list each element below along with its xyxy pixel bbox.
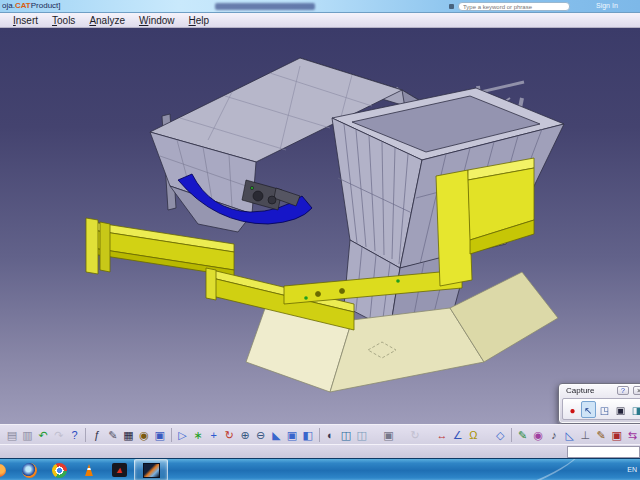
search-input[interactable] xyxy=(458,2,570,11)
3d-viewport[interactable]: Capture ? × ●↖◳▣◨ xyxy=(0,28,640,424)
standard-toolbar: ▤▥↶↷?ƒ✎▦◉▣▷∗+↻⊕⊖◣▣◧◐◫◫▣↻↔∠Ω◇✎◉♪◺⊥✎▣⇆ xyxy=(0,424,640,444)
3d-state-icon[interactable]: ◉ xyxy=(532,427,546,443)
zoom-in-icon[interactable]: ⊕ xyxy=(238,427,252,443)
sign-in-link[interactable]: Sign In xyxy=(596,2,618,9)
search-icon xyxy=(449,4,454,9)
design-table-icon[interactable]: ▦ xyxy=(122,427,136,443)
menu-window[interactable]: Window xyxy=(132,15,182,26)
help-button[interactable]: ? xyxy=(617,386,629,395)
close-icon[interactable]: × xyxy=(633,386,640,395)
annotation-icon[interactable]: ✎ xyxy=(516,427,530,443)
whats-this-icon[interactable]: ? xyxy=(68,427,82,443)
taskbar: ▲ EN xyxy=(0,458,640,480)
power-input-field[interactable] xyxy=(567,446,640,458)
capture-preview-button[interactable]: ▣ xyxy=(613,401,628,418)
sound-icon[interactable]: ♪ xyxy=(547,427,561,443)
catalog-icon[interactable]: ◉ xyxy=(137,427,151,443)
menu-help[interactable]: Help xyxy=(182,15,217,26)
link-icon[interactable]: ▣ xyxy=(153,427,167,443)
taskbar-apps: ▲ xyxy=(14,459,168,480)
swap-space-icon[interactable]: ◫ xyxy=(355,427,369,443)
fit-all-in-icon[interactable]: ∗ xyxy=(191,427,205,443)
shading-mode-icon[interactable]: ◐ xyxy=(323,427,337,443)
image-viewer-icon xyxy=(143,463,160,478)
iso-view-icon[interactable]: ◧ xyxy=(301,427,315,443)
measure-inertia-icon[interactable]: Ω xyxy=(467,427,481,443)
formula-icon[interactable]: ƒ xyxy=(90,427,104,443)
album-button[interactable]: ◨ xyxy=(629,401,640,418)
copy-icon[interactable]: ▥ xyxy=(21,427,35,443)
language-indicator[interactable]: EN xyxy=(627,466,637,473)
select-mode-button[interactable]: ↖ xyxy=(581,401,596,418)
fly-mode-icon[interactable]: ▷ xyxy=(176,427,190,443)
capture-window[interactable]: Capture ? × ●↖◳▣◨ xyxy=(558,383,640,424)
title-bar: oja.CATProduct] Sign In xyxy=(0,0,640,13)
hide-show-icon[interactable]: ◫ xyxy=(339,427,353,443)
pan-icon[interactable]: + xyxy=(207,427,221,443)
rotate-icon[interactable]: ↻ xyxy=(223,427,237,443)
capture-options-button[interactable]: ◳ xyxy=(597,401,612,418)
measure-between-icon[interactable]: ↔ xyxy=(435,427,449,443)
paste-icon[interactable]: ▤ xyxy=(5,427,19,443)
zoom-out-icon[interactable]: ⊖ xyxy=(254,427,268,443)
media-player-button[interactable]: ▲ xyxy=(104,459,134,480)
vlc-button[interactable] xyxy=(74,459,104,480)
clipboard-icon[interactable]: ▣ xyxy=(610,427,624,443)
window-title: oja.CATProduct] xyxy=(2,1,61,10)
balance-icon[interactable]: ⊥ xyxy=(579,427,593,443)
firefox-icon xyxy=(22,463,37,478)
chrome-button[interactable] xyxy=(44,459,74,480)
cad-model[interactable] xyxy=(0,28,640,424)
menu-analyze[interactable]: Analyze xyxy=(82,15,132,26)
knowledge-swap-icon[interactable]: ⇆ xyxy=(626,427,640,443)
partial-app-icon[interactable] xyxy=(0,464,6,477)
vlc-icon xyxy=(83,464,96,476)
undo-icon[interactable]: ↶ xyxy=(36,427,50,443)
title-overlay-text xyxy=(215,3,315,10)
normal-view-icon[interactable]: ◣ xyxy=(270,427,284,443)
taskbar-swoosh xyxy=(365,458,595,480)
measure-item-icon[interactable]: ∠ xyxy=(451,427,465,443)
record-button[interactable]: ● xyxy=(565,401,580,418)
media-player-icon: ▲ xyxy=(112,463,127,477)
sectioning-icon[interactable]: ◇ xyxy=(493,427,507,443)
menu-insert[interactable]: Insert xyxy=(6,15,45,26)
menu-tools[interactable]: Tools xyxy=(45,15,82,26)
quick-view-icon[interactable]: ▣ xyxy=(285,427,299,443)
menu-bar: InsertToolsAnalyzeWindowHelp xyxy=(0,13,640,28)
redo-icon[interactable]: ↷ xyxy=(52,427,66,443)
firefox-button[interactable] xyxy=(14,459,44,480)
capture-window-title: Capture xyxy=(566,386,594,395)
chrome-icon xyxy=(52,463,67,478)
image-viewer-button[interactable] xyxy=(134,459,168,480)
update-icon[interactable]: ↻ xyxy=(408,427,422,443)
status-bar xyxy=(0,444,640,458)
pencil-icon[interactable]: ✎ xyxy=(594,427,608,443)
ramp-icon[interactable]: ◺ xyxy=(563,427,577,443)
printer-icon[interactable]: ▣ xyxy=(382,427,396,443)
capture-toolbar: ●↖◳▣◨ xyxy=(562,398,640,420)
comment-icon[interactable]: ✎ xyxy=(106,427,120,443)
